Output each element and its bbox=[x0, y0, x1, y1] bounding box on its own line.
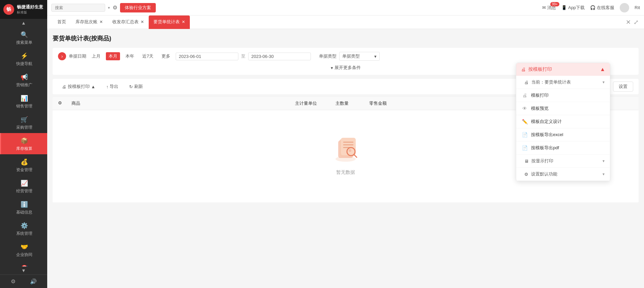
trial-btn[interactable]: 体验行业方案 bbox=[120, 3, 156, 12]
tab-home-label: 首页 bbox=[57, 19, 66, 25]
sidebar-item-label: 采购管理 bbox=[16, 125, 32, 130]
svg-point-9 bbox=[349, 149, 351, 152]
empty-illustration bbox=[329, 130, 362, 164]
sidebar-item-search[interactable]: 🔍 搜索菜单 bbox=[0, 27, 47, 48]
service-label: 在线客服 bbox=[597, 5, 614, 11]
dropdown-current-chevron: ▾ bbox=[603, 80, 605, 85]
filter-date-start[interactable] bbox=[176, 53, 238, 60]
sidebar-item-system[interactable]: ⚙️ 系统管理 bbox=[0, 218, 47, 239]
dropdown-header[interactable]: 🖨 按模板打印 ▲ bbox=[516, 63, 610, 76]
avatar[interactable] bbox=[620, 3, 629, 12]
refresh-btn[interactable]: ↻ 刷新 bbox=[125, 82, 147, 91]
export-pdf-icon: 📄 bbox=[522, 145, 528, 151]
tab-order-stats-close[interactable]: ✕ bbox=[182, 20, 185, 24]
tab-inventory-batch[interactable]: 库存批次账 ✕ bbox=[71, 15, 108, 29]
operations-icon: 📈 bbox=[21, 180, 28, 187]
filter-date-end[interactable] bbox=[248, 53, 311, 60]
expand-more-label: 展开更多条件 bbox=[334, 65, 361, 71]
app-download-btn[interactable]: 📱 App下载 bbox=[561, 5, 585, 11]
print-icon: 🖨 bbox=[62, 84, 66, 89]
dropdown-item-export-pdf[interactable]: 📄 按模板导出pdf bbox=[516, 141, 610, 155]
dropdown-display-print[interactable]: 🖥 按显示打印 ▾ bbox=[516, 155, 610, 168]
dropdown-set-default[interactable]: ⚙ 设置默认功能 ▾ bbox=[516, 168, 610, 181]
sidebar-item-sales[interactable]: 📊 销售管理 bbox=[0, 91, 47, 112]
service-btn[interactable]: 🎧 在线客服 bbox=[590, 5, 614, 11]
sidebar-item-quick-nav[interactable]: ⚡ 快捷导航 bbox=[0, 48, 47, 69]
sidebar-item-marketing[interactable]: 📢 营销推广 bbox=[0, 69, 47, 91]
system-icon: ⚙️ bbox=[21, 222, 28, 229]
topbar-right: ✉ 消息 99+ 📱 App下载 🎧 在线客服 Rit bbox=[542, 3, 640, 12]
tab-inventory-batch-label: 库存批次账 bbox=[76, 19, 97, 25]
app-logo-icon: 畅 bbox=[3, 4, 14, 15]
export-btn[interactable]: ↑ 导出 bbox=[102, 82, 123, 91]
username-label[interactable]: Rit bbox=[635, 5, 640, 10]
search-input[interactable] bbox=[51, 4, 105, 12]
app-subtitle: 标准版 bbox=[17, 10, 43, 15]
dropdown-close-btn[interactable]: ▲ bbox=[600, 66, 605, 72]
filter-type-select[interactable]: 单据类型 ▾ bbox=[339, 52, 380, 61]
filter-date-7days[interactable]: 近7天 bbox=[140, 52, 156, 60]
expand-more-icon: ▾ bbox=[331, 65, 333, 70]
sidebar-scroll-up[interactable]: ▲ bbox=[0, 19, 47, 27]
set-default-label: 设置默认功能 bbox=[531, 171, 557, 177]
export-icon: ↑ bbox=[106, 84, 109, 89]
tab-receipt-summary-close[interactable]: ✕ bbox=[141, 20, 144, 24]
tab-order-stats[interactable]: 要货单统计表 ✕ bbox=[149, 15, 190, 29]
dropdown-panel: 🖨 按模板打印 ▲ 🖨 当前：要货单统计表 ▾ 🖨 模板打印 👁 模板预览 bbox=[516, 63, 610, 181]
print-btn[interactable]: 🖨 按模板打印 ▲ bbox=[58, 82, 99, 91]
app-logo-text: 畅捷通好生意 标准版 bbox=[17, 4, 43, 15]
sidebar-item-basic[interactable]: ℹ️ 基础信息 bbox=[0, 197, 47, 218]
sidebar-item-inventory[interactable]: 📦 库存核算 bbox=[0, 133, 47, 154]
filter-date-curr-month[interactable]: 本月 bbox=[106, 52, 120, 60]
app-download-label: App下载 bbox=[568, 5, 585, 11]
print-chevron-icon: ▲ bbox=[91, 84, 95, 89]
tabs-close-all-btn[interactable]: ✕ bbox=[626, 19, 631, 26]
filter-expand-btn[interactable]: › bbox=[58, 52, 66, 60]
quick-nav-icon: ⚡ bbox=[21, 52, 28, 60]
date-separator: 至 bbox=[241, 53, 245, 59]
set-default-icon: ⚙ bbox=[524, 172, 528, 177]
message-icon: ✉ bbox=[542, 5, 546, 10]
filter-date-curr-year[interactable]: 本年 bbox=[123, 52, 137, 60]
dropdown-item-template-print[interactable]: 🖨 模板打印 bbox=[516, 89, 610, 102]
tab-home[interactable]: 首页 bbox=[53, 15, 71, 29]
expand-more-btn[interactable]: ▾ 展开更多条件 bbox=[331, 65, 361, 71]
finance-icon: 💰 bbox=[21, 158, 28, 166]
tab-inventory-batch-close[interactable]: ✕ bbox=[99, 20, 103, 24]
basic-icon: ℹ️ bbox=[21, 201, 28, 208]
sidebar-logo: 畅 畅捷通好生意 标准版 bbox=[0, 0, 47, 19]
sidebar-item-finance[interactable]: 💰 资金管理 bbox=[0, 154, 47, 175]
dropdown-item-template-preview[interactable]: 👁 模板预览 bbox=[516, 102, 610, 115]
dropdown-item-export-excel[interactable]: 📄 按模板导出excel bbox=[516, 128, 610, 141]
topbar-gear-icon[interactable]: ⚙ bbox=[113, 4, 117, 11]
dropdown-current-item[interactable]: 🖨 当前：要货单统计表 ▾ bbox=[516, 76, 610, 89]
app-title: 畅捷通好生意 bbox=[17, 4, 43, 10]
sidebar-item-label: 快捷导航 bbox=[16, 61, 32, 67]
sidebar-item-purchase[interactable]: 🛒 采购管理 bbox=[0, 112, 47, 133]
dropdown-current-icon: 🖨 bbox=[524, 80, 529, 85]
dropdown-item-template-design[interactable]: ✏️ 模板自定义设计 bbox=[516, 115, 610, 128]
svg-line-8 bbox=[354, 155, 357, 158]
refresh-label: 刷新 bbox=[134, 84, 143, 90]
col-retail: 零售金额 bbox=[369, 100, 410, 106]
sidebar-item-collab[interactable]: 🤝 企业协同 bbox=[0, 239, 47, 260]
sidebar-item-guide[interactable]: 🎯 新手引导 bbox=[0, 260, 47, 266]
settings-btn[interactable]: 设置 bbox=[613, 82, 633, 92]
sidebar-scroll-down[interactable]: ▼ bbox=[0, 266, 47, 275]
empty-text: 暂无数据 bbox=[336, 169, 355, 175]
filter-date-prev-month[interactable]: 上月 bbox=[89, 52, 103, 60]
date-label: 单据日期 bbox=[69, 53, 86, 59]
speaker-footer-icon[interactable]: 🔊 bbox=[30, 278, 37, 285]
sidebar-item-operations[interactable]: 📈 经营管理 bbox=[0, 175, 47, 197]
settings-footer-icon[interactable]: ⚙ bbox=[11, 278, 16, 285]
dropdown-title: 按模板打印 bbox=[528, 66, 552, 72]
inventory-icon: 📦 bbox=[21, 137, 28, 145]
message-btn[interactable]: ✉ 消息 99+ bbox=[542, 5, 556, 11]
col-settings[interactable]: ⚙ bbox=[58, 100, 71, 106]
tabs-expand-btn[interactable]: ⤢ bbox=[634, 19, 639, 26]
tab-receipt-summary-label: 收发存汇总表 bbox=[112, 19, 139, 25]
search-chevron-icon[interactable]: ▾ bbox=[108, 5, 110, 10]
filter-date-more[interactable]: 更多 bbox=[159, 52, 173, 60]
tab-receipt-summary[interactable]: 收发存汇总表 ✕ bbox=[108, 15, 149, 29]
template-print-label: 模板打印 bbox=[531, 92, 549, 98]
